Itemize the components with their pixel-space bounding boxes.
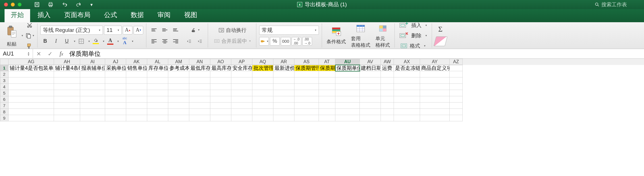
tab-home[interactable]: 开始	[5, 8, 30, 22]
tab-layout[interactable]: 页面布局	[58, 8, 97, 22]
cell[interactable]	[294, 90, 319, 96]
cell[interactable]: 批次管理	[252, 65, 273, 71]
cell[interactable]	[273, 109, 294, 115]
cell[interactable]	[210, 103, 231, 109]
cell[interactable]	[54, 109, 80, 115]
cell[interactable]	[394, 71, 420, 77]
sheet-search[interactable]	[595, 2, 644, 8]
cell[interactable]	[319, 71, 335, 77]
cell[interactable]	[252, 109, 273, 115]
tab-data[interactable]: 数据	[124, 8, 150, 22]
cell[interactable]	[210, 115, 231, 121]
phonetic-button[interactable]: abcA	[120, 37, 130, 46]
cell[interactable]: 最高库存	[210, 65, 231, 71]
cell[interactable]	[319, 90, 335, 96]
column-header[interactable]: AX	[394, 59, 420, 65]
cell[interactable]: 辅计量4条码	[54, 65, 80, 71]
cell[interactable]	[126, 84, 147, 90]
cell[interactable]	[381, 77, 394, 84]
cell[interactable]	[9, 71, 54, 77]
cell[interactable]	[147, 71, 168, 77]
number-format-select[interactable]: 常规▾	[259, 26, 319, 35]
tab-formulas[interactable]: 公式	[98, 8, 123, 22]
font-color-button[interactable]: A	[105, 37, 115, 46]
cell[interactable]	[360, 109, 381, 115]
cell[interactable]	[252, 115, 273, 121]
align-left-button[interactable]	[149, 37, 159, 46]
cell[interactable]	[80, 77, 105, 84]
cell[interactable]	[319, 115, 335, 121]
cell[interactable]: 采购单位	[105, 65, 126, 71]
cell[interactable]	[54, 103, 80, 109]
cell[interactable]	[9, 109, 54, 115]
search-input[interactable]	[601, 2, 638, 8]
cell[interactable]	[394, 103, 420, 109]
cell[interactable]	[381, 103, 394, 109]
cell[interactable]	[381, 84, 394, 90]
cell[interactable]	[381, 96, 394, 103]
row-header[interactable]: 4	[0, 84, 9, 90]
format-as-table-button[interactable]: 套用 表格格式	[349, 23, 372, 48]
cell[interactable]	[126, 77, 147, 84]
accept-formula-button[interactable]: ✓	[44, 49, 56, 58]
cell[interactable]	[420, 71, 450, 77]
cell[interactable]	[335, 84, 360, 90]
cell[interactable]	[231, 71, 252, 77]
cut-button[interactable]	[25, 21, 34, 30]
cell[interactable]	[189, 109, 210, 115]
cell[interactable]: 最低库存	[189, 65, 210, 71]
cell[interactable]: 商品自定义项	[420, 65, 450, 71]
tab-insert[interactable]: 插入	[31, 8, 57, 22]
cell[interactable]	[273, 96, 294, 103]
fx-button[interactable]: fx	[56, 49, 67, 58]
cell[interactable]	[450, 109, 463, 115]
name-box-stepper-icon[interactable]: ▲▼	[27, 52, 30, 56]
increase-decimal-button[interactable]: ←.0.00	[292, 37, 301, 46]
cell[interactable]	[319, 96, 335, 103]
cell[interactable]	[420, 84, 450, 90]
row-header[interactable]: 6	[0, 96, 9, 103]
conditional-format-button[interactable]: 条件格式	[325, 26, 348, 45]
cell[interactable]	[9, 90, 54, 96]
print-button[interactable]	[47, 1, 55, 8]
cell[interactable]	[9, 103, 54, 109]
insert-cells-button[interactable]: +插入▾	[398, 21, 429, 30]
cell[interactable]	[80, 71, 105, 77]
cell[interactable]	[147, 90, 168, 96]
select-all-corner[interactable]	[0, 59, 9, 65]
row-header[interactable]: 2	[0, 71, 9, 77]
cell[interactable]	[360, 90, 381, 96]
cell[interactable]	[381, 115, 394, 121]
align-top-button[interactable]	[149, 26, 159, 34]
cell[interactable]	[210, 90, 231, 96]
cell[interactable]	[105, 84, 126, 90]
cell[interactable]	[420, 115, 450, 121]
cell[interactable]	[360, 96, 381, 103]
cell[interactable]	[210, 96, 231, 103]
cell[interactable]	[105, 103, 126, 109]
cell[interactable]	[450, 103, 463, 109]
cell[interactable]	[126, 109, 147, 115]
column-header[interactable]: AI	[80, 59, 105, 65]
column-header[interactable]: AL	[147, 59, 168, 65]
cell[interactable]	[360, 115, 381, 121]
percent-button[interactable]: %	[270, 37, 280, 46]
format-cells-button[interactable]: 格式▾	[398, 42, 429, 50]
column-header[interactable]: AH	[54, 59, 80, 65]
cell[interactable]	[231, 103, 252, 109]
cell[interactable]	[294, 109, 319, 115]
font-color-dropdown-icon[interactable]: ▾	[117, 40, 119, 43]
cell[interactable]: 参考成本	[168, 65, 189, 71]
cell[interactable]	[231, 77, 252, 84]
comma-button[interactable]: 000	[281, 37, 290, 46]
cell[interactable]	[80, 109, 105, 115]
column-header[interactable]: AJ	[105, 59, 126, 65]
cell[interactable]	[252, 96, 273, 103]
cell[interactable]	[319, 103, 335, 109]
column-header[interactable]: AY	[420, 59, 450, 65]
cell[interactable]: 最新进价	[273, 65, 294, 71]
cell[interactable]: 保质期单位	[335, 65, 360, 71]
cell[interactable]	[54, 115, 80, 121]
row-header[interactable]: 1	[0, 65, 9, 71]
decrease-decimal-button[interactable]: .00→.0	[302, 37, 312, 46]
